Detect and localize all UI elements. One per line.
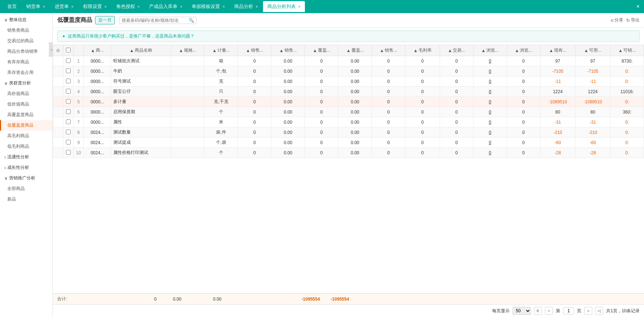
col-cover2[interactable]: ▲覆盖... [338, 45, 372, 56]
nav-template-close[interactable]: × [223, 5, 225, 9]
col-code[interactable]: ▲商... [84, 45, 111, 56]
row-checkbox-cell[interactable] [63, 117, 74, 127]
close-all-button[interactable]: × [636, 3, 640, 10]
period-button[interactable]: 近一月 [95, 16, 115, 24]
col-trade[interactable]: ▲交易... [440, 45, 473, 56]
nav-finished-close[interactable]: × [180, 5, 182, 9]
row-checkbox[interactable] [66, 140, 71, 144]
nav-home[interactable]: 首页 [3, 1, 21, 12]
col-sales-qty[interactable]: ▲销售... [238, 45, 271, 56]
search-icon[interactable]: 🔍 [189, 18, 194, 23]
sidebar-collapse-button[interactable]: « [49, 42, 53, 57]
nav-analysis-list[interactable]: 商品分析列表 × [263, 1, 305, 12]
sidebar-section-overall[interactable]: ∨ 整体信息 [0, 15, 52, 25]
row-browse1[interactable]: 0 [473, 138, 507, 148]
table-wrapper[interactable]: ⚙ ▲商... ▲商品名称 ▲规格... ▲计量... ▲销售... ▲销售..… [53, 45, 644, 293]
row-checkbox[interactable] [66, 99, 71, 104]
row-checkbox[interactable] [66, 119, 71, 124]
col-spec[interactable]: ▲规格... [171, 45, 204, 56]
row-browse1[interactable]: 0 [473, 87, 507, 97]
row-browse1[interactable]: 0 [473, 56, 507, 66]
sidebar-item-low-value[interactable]: 低价值商品 [0, 99, 52, 110]
nav-analysis-close[interactable]: × [256, 5, 258, 9]
export-button[interactable]: ↻ 导出 [626, 17, 640, 23]
row-checkbox-cell[interactable] [63, 87, 74, 97]
nav-purchase[interactable]: 进货单 × [50, 1, 78, 12]
sidebar-item-high-margin[interactable]: 高毛利商品 [0, 131, 52, 141]
row-checkbox[interactable] [66, 58, 71, 63]
nav-sales-close[interactable]: × [43, 5, 45, 9]
row-checkbox-cell[interactable] [63, 148, 74, 158]
row-browse1[interactable]: 0 [473, 76, 507, 87]
prev-page-button[interactable]: < [545, 307, 553, 315]
col-unit[interactable]: ▲计量... [204, 45, 238, 56]
col-sellable[interactable]: ▲可销... [610, 45, 644, 56]
col-sales2[interactable]: ▲销售... [372, 45, 405, 56]
row-checkbox-cell[interactable] [63, 138, 74, 148]
row-checkbox-cell[interactable] [63, 97, 74, 107]
per-page-select[interactable]: 50 100 200 [513, 307, 531, 315]
share-button[interactable]: ⎋ 分享 [611, 17, 623, 23]
row-checkbox[interactable] [66, 109, 71, 114]
row-checkbox[interactable] [66, 79, 71, 83]
row-checkbox[interactable] [66, 130, 71, 134]
sidebar-item-all-goods[interactable]: 全部商品 [0, 183, 52, 194]
col-checkbox-all[interactable] [63, 45, 74, 56]
col-gross[interactable]: ▲毛利率 [405, 45, 440, 56]
col-available[interactable]: ▲可用... [575, 45, 610, 56]
sidebar-item-high-value[interactable]: 高价值商品 [0, 88, 52, 99]
row-checkbox[interactable] [66, 150, 71, 155]
col-name[interactable]: ▲商品名称 [111, 45, 171, 56]
row-checkbox-cell[interactable] [63, 76, 74, 87]
col-browse2[interactable]: ▲浏览... [507, 45, 540, 56]
nav-role-close[interactable]: × [138, 5, 140, 9]
page-input[interactable] [563, 307, 574, 314]
first-page-button[interactable]: K [534, 307, 542, 315]
row-browse1[interactable]: 0 [473, 127, 507, 138]
sidebar-item-high-coverage[interactable]: 高覆盖度商品 [0, 110, 52, 120]
sidebar-section-circulation[interactable]: › 流通性分析 [0, 152, 52, 162]
row-browse1[interactable]: 0 [473, 97, 507, 107]
row-checkbox[interactable] [66, 89, 71, 94]
row-checkbox-cell[interactable] [63, 56, 74, 66]
sidebar-item-traded-goods[interactable]: 交易过的商品 [0, 36, 52, 46]
row-browse1[interactable]: 0 [473, 117, 507, 127]
col-sales-amt[interactable]: ▲销售... [271, 45, 305, 56]
nav-role[interactable]: 角色授权 × [112, 1, 144, 12]
select-all-checkbox[interactable] [66, 48, 71, 52]
next-page-button[interactable]: > [584, 307, 592, 315]
nav-analysis-list-close[interactable]: × [298, 5, 301, 9]
sidebar-item-low-margin[interactable]: 低毛利商品 [0, 141, 52, 152]
row-browse1[interactable]: 0 [473, 66, 507, 76]
sidebar-item-sales-goods[interactable]: 销售类商品 [0, 25, 52, 36]
row-checkbox-cell[interactable] [63, 107, 74, 117]
sidebar-section-marketing[interactable]: ∨ 营销推广分析 [0, 173, 52, 183]
nav-sales[interactable]: 销货单 × [22, 1, 50, 12]
sidebar-item-stock-goods[interactable]: 有库存商品 [0, 57, 52, 67]
row-current: -7105 [540, 66, 575, 76]
nav-permission-close[interactable]: × [105, 5, 107, 9]
row-browse1[interactable]: 0 [473, 107, 507, 117]
last-page-button[interactable]: >| [595, 307, 603, 315]
row-available: -11 [575, 76, 610, 87]
row-checkbox-cell[interactable] [63, 66, 74, 76]
nav-template[interactable]: 单据模板设置 × [187, 1, 229, 12]
nav-permission[interactable]: 权限设置 × [79, 1, 111, 12]
row-browse1[interactable]: 0 [473, 148, 507, 158]
nav-finished[interactable]: 产成品入库单 × [145, 1, 186, 12]
nav-analysis[interactable]: 商品分析 × [230, 1, 262, 12]
sidebar-section-growth[interactable]: › 成长性分析 [0, 162, 52, 173]
sidebar-section-cluster[interactable]: ∨ 类群度分析 [0, 78, 52, 88]
sidebar-item-category-rate[interactable]: 商品分类动销率 [0, 46, 52, 57]
sidebar-item-capital[interactable]: 库存资金占用 [0, 67, 52, 78]
search-input[interactable] [122, 18, 187, 23]
col-cover1[interactable]: ▲覆盖... [305, 45, 338, 56]
nav-purchase-close[interactable]: × [71, 5, 74, 9]
sidebar-item-low-coverage[interactable]: 低覆盖度商品 [0, 120, 52, 131]
sidebar-item-new-goods[interactable]: 新品 [0, 194, 52, 205]
row-checkbox[interactable] [66, 68, 71, 73]
row-checkbox-cell[interactable] [63, 127, 74, 138]
col-settings[interactable]: ⚙ [53, 45, 63, 56]
col-browse1[interactable]: ▲浏览... [473, 45, 507, 56]
col-current[interactable]: ▲现有... [540, 45, 575, 56]
